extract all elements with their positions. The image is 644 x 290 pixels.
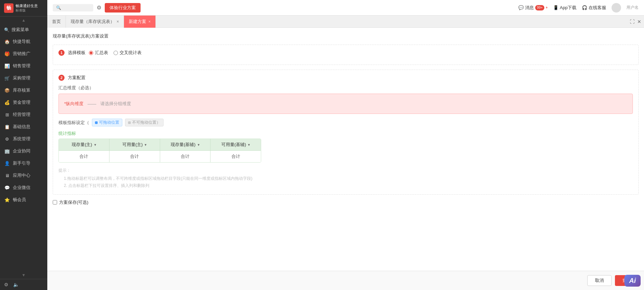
topbar-right: 💬 消息 99+ + 📱 App下载 🎧 在线客服 用户名 xyxy=(518,3,639,13)
sidebar-item-marketing[interactable]: 🎁 营销推广 xyxy=(0,48,47,60)
template-cross-option[interactable]: 交叉统计表 xyxy=(114,50,142,56)
online-service-button[interactable]: 🎧 在线客服 xyxy=(582,5,606,11)
chevron-down-icon[interactable]: ▾ xyxy=(145,143,147,147)
non-draggable-badge: 不可拖动位置） xyxy=(125,119,164,126)
trial-button[interactable]: 体验行业方案 xyxy=(105,3,141,13)
tab-new-plan-label: 新建方案 xyxy=(129,19,146,25)
stat-col-1-value: 合计 xyxy=(130,153,139,160)
chevron-down-icon[interactable]: ▾ xyxy=(248,143,250,147)
page-content: 现存量(库存状况表)方案设置 1 选择模板 汇总表 交叉统计表 xyxy=(47,28,644,271)
sidebar-item-new-guide[interactable]: 👤 新手引导 xyxy=(0,157,47,169)
non-draggable-dot xyxy=(128,121,131,124)
sidebar-item-label: 应用中心 xyxy=(13,172,30,178)
wechat-icon: 💬 xyxy=(4,185,10,191)
ai-badge[interactable]: Ai xyxy=(624,275,641,287)
stat-col-0-header-label: 现存量(主) xyxy=(72,142,92,148)
service-icon: 🎧 xyxy=(582,5,587,10)
sidebar-item-operations[interactable]: ⊞ 经营管理 xyxy=(0,108,47,121)
app-logo-text: 畅康通好生意 标准版 xyxy=(16,3,38,13)
home-icon: 🏠 xyxy=(4,39,10,45)
sidebar-item-label: 采购管理 xyxy=(13,75,30,81)
template-cross-radio[interactable] xyxy=(114,51,118,55)
stat-col-1: 可用量(主) ▾ 合计 xyxy=(109,139,160,162)
sidebar-item-label: 资金管理 xyxy=(13,99,30,105)
save-label: 方案保存(可选) xyxy=(59,199,89,206)
tab-new-plan-close[interactable]: × xyxy=(148,19,151,24)
tab-home-label: 首页 xyxy=(52,19,61,25)
tab-inventory[interactable]: 现存量（库存状况表） × xyxy=(66,16,124,28)
vertical-dimension-label: *纵向维度 xyxy=(64,101,83,107)
tab-inventory-close[interactable]: × xyxy=(117,19,119,24)
stat-table-header: 现存量(主) ▾ 合计 可用量(主) ▾ xyxy=(59,139,261,162)
settings-button[interactable]: ⚙ xyxy=(97,4,101,11)
tabs-actions: ⛶ ✕ xyxy=(627,19,644,24)
username-label: 用户名 xyxy=(626,5,639,10)
tip-1: 1.拖动标题栏可以调整布局，不可跨维度或指标区域拖动栏目字段(只能在同一维度或指… xyxy=(58,175,633,183)
stat-col-3-header[interactable]: 可用量(基辅) ▾ xyxy=(210,139,261,151)
sidebar-item-system[interactable]: ⚙ 系统管理 xyxy=(0,133,47,145)
message-icon: 💬 xyxy=(518,5,524,10)
tips-title: 提示： xyxy=(58,167,633,174)
sidebar-item-label: 企业协同 xyxy=(13,148,30,154)
maximize-icon[interactable]: ⛶ xyxy=(630,19,635,24)
indicator-settings-label: 模板指标设定（ 可拖动位置 不可拖动位置） xyxy=(58,119,633,126)
sidebar-item-enterprise[interactable]: 🏢 企业协同 xyxy=(0,145,47,157)
message-label: 消息 xyxy=(525,5,534,11)
stat-col-2-value: 合计 xyxy=(181,153,190,160)
gear-icon[interactable]: ⚙ xyxy=(4,282,8,287)
draggable-dot xyxy=(95,121,98,124)
sidebar-item-inventory[interactable]: 📦 库存核算 xyxy=(0,84,47,96)
stat-col-3-body: 合计 xyxy=(210,151,261,162)
download-icon: 📱 xyxy=(553,5,559,10)
chevron-down-icon[interactable]: ▾ xyxy=(198,143,200,147)
sidebar-scroll-down[interactable]: ▼ xyxy=(0,271,47,279)
sidebar-item-label: 企业微信 xyxy=(13,185,30,191)
template-summary-radio[interactable] xyxy=(89,51,93,55)
stat-col-0-body: 合计 xyxy=(59,151,109,162)
tab-new-plan[interactable]: 新建方案 × xyxy=(124,16,156,28)
section-choose-template: 1 选择模板 汇总表 交叉统计表 xyxy=(53,45,639,65)
avatar[interactable] xyxy=(612,3,621,13)
message-button[interactable]: 💬 消息 99+ + xyxy=(518,5,548,11)
draggable-label: 可拖动位置 xyxy=(99,120,119,125)
dimension-area[interactable]: *纵向维度 —— 请选择分组维度 xyxy=(58,94,633,114)
sidebar-search[interactable]: 🔍 搜索菜单 xyxy=(0,24,47,35)
sidebar-item-label: 经营管理 xyxy=(13,112,30,118)
statistics-section: 统计指标 现存量(主) ▾ 合计 xyxy=(58,130,633,164)
sidebar-item-finance[interactable]: 💰 资金管理 xyxy=(0,96,47,108)
topbar: 🔍 ⚙ 体验行业方案 💬 消息 99+ + 📱 App下载 🎧 在线客服 用户 xyxy=(47,0,644,16)
close-window-icon[interactable]: ✕ xyxy=(637,19,641,24)
cancel-button[interactable]: 取消 xyxy=(587,275,612,286)
sidebar-item-quick-nav[interactable]: 🏠 快捷导航 xyxy=(0,35,47,48)
sidebar-item-member[interactable]: ⭐ 畅会员 xyxy=(0,194,47,206)
stat-col-0-header[interactable]: 现存量(主) ▾ xyxy=(59,139,109,151)
sidebar-logo: 畅 畅康通好生意 标准版 xyxy=(0,0,47,17)
sidebar: 畅 畅康通好生意 标准版 ▲ 🔍 搜索菜单 🏠 快捷导航 🎁 营销推广 📊 销售… xyxy=(0,0,47,290)
search-icon: 🔍 xyxy=(4,27,9,32)
save-checkbox[interactable] xyxy=(53,200,57,204)
stat-col-2-body: 合计 xyxy=(160,151,210,162)
stat-col-3: 可用量(基辅) ▾ 合计 xyxy=(210,139,261,162)
sidebar-item-wechat[interactable]: 💬 企业微信 xyxy=(0,182,47,194)
stat-col-2-header[interactable]: 现存量(基辅) ▾ xyxy=(160,139,210,151)
section2-title: 方案配置 xyxy=(68,75,85,81)
sidebar-item-app-center[interactable]: 🖥 应用中心 xyxy=(0,169,47,182)
sidebar-item-purchase[interactable]: 🛒 采购管理 xyxy=(0,72,47,84)
chevron-down-icon[interactable]: ▾ xyxy=(94,143,96,147)
gift-icon: 🎁 xyxy=(4,51,10,57)
audio-icon[interactable]: 🔈 xyxy=(13,282,19,287)
section2-header: 2 方案配置 xyxy=(58,75,633,81)
template-summary-option[interactable]: 汇总表 xyxy=(89,50,108,56)
sidebar-item-sales[interactable]: 📊 销售管理 xyxy=(0,60,47,72)
draggable-badge: 可拖动位置 xyxy=(92,119,122,126)
sidebar-item-label: 系统管理 xyxy=(13,136,30,142)
topbar-search-box[interactable]: 🔍 xyxy=(53,4,93,11)
app-download-button[interactable]: 📱 App下载 xyxy=(553,5,576,11)
sidebar-scroll-up[interactable]: ▲ xyxy=(0,17,47,24)
section-plan-config: 2 方案配置 汇总维度（必选） *纵向维度 —— 请选择分组维度 模板指标设定（… xyxy=(53,70,639,195)
sidebar-item-basic-info[interactable]: 📋 基础信息 xyxy=(0,121,47,133)
tab-inventory-label: 现存量（库存状况表） xyxy=(71,19,115,25)
stat-col-1-header[interactable]: 可用量(主) ▾ xyxy=(109,139,160,151)
tab-home[interactable]: 首页 xyxy=(47,16,66,28)
list-icon: 📋 xyxy=(4,124,10,130)
